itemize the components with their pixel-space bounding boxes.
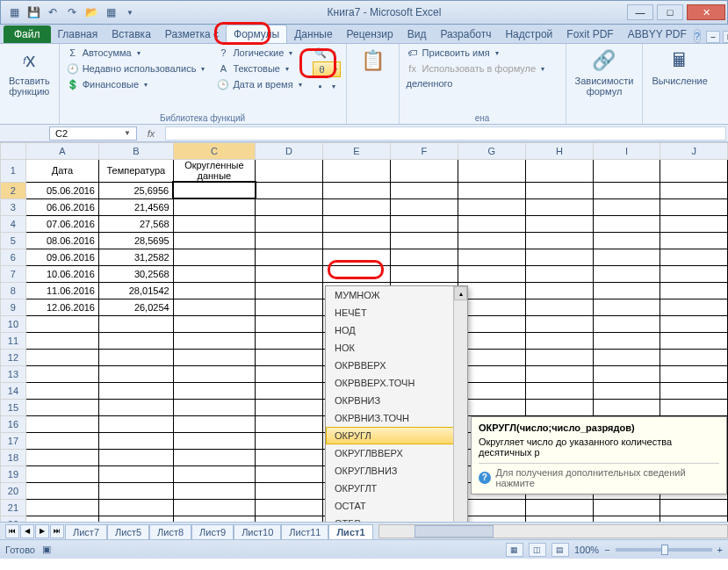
tab-formulas[interactable]: Формулы xyxy=(226,25,287,43)
row-header-2[interactable]: 2 xyxy=(1,182,26,198)
redo-icon[interactable]: ↷ xyxy=(64,4,80,20)
row-header-9[interactable]: 9 xyxy=(1,299,26,315)
cell-c8[interactable] xyxy=(173,282,255,299)
cell-c9[interactable] xyxy=(173,299,255,315)
row-header-21[interactable]: 21 xyxy=(1,499,26,516)
formula-bar[interactable] xyxy=(165,126,726,141)
tab-file[interactable]: Файл xyxy=(4,25,51,43)
horizontal-scrollbar[interactable] xyxy=(378,524,728,538)
lookup-button[interactable]: 🔍▾ xyxy=(313,46,341,60)
dropdown-item-отбр[interactable]: ОТБР xyxy=(326,515,467,522)
zoom-knob[interactable] xyxy=(661,545,668,555)
tab-review[interactable]: Рецензир xyxy=(340,25,400,43)
zoom-level[interactable]: 100% xyxy=(574,545,599,555)
row-header-7[interactable]: 7 xyxy=(1,265,26,282)
text-button[interactable]: AТекстовые▾ xyxy=(215,61,303,76)
cell-c3[interactable] xyxy=(173,198,255,215)
cell-b4[interactable]: 27,568 xyxy=(99,215,174,232)
cell-b3[interactable]: 21,4569 xyxy=(99,198,174,215)
view-pagebreak-button[interactable]: ▤ xyxy=(551,543,569,557)
tab-home[interactable]: Главная xyxy=(51,25,105,43)
autosum-button[interactable]: ΣАвтосумма▾ xyxy=(65,46,207,60)
cell-c2[interactable] xyxy=(173,182,255,198)
zoom-in-button[interactable]: + xyxy=(717,545,723,555)
cell-b7[interactable]: 30,2568 xyxy=(99,265,174,282)
tab-abbyy[interactable]: ABBYY PDF xyxy=(621,25,694,43)
tab-view[interactable]: Вид xyxy=(400,25,434,43)
tab-addins[interactable]: Надстрой xyxy=(498,25,559,43)
tooltip-help-line[interactable]: ? Для получения дополнительных сведений … xyxy=(479,463,719,488)
print-preview-icon[interactable]: ▦ xyxy=(103,4,119,20)
row-header-19[interactable]: 19 xyxy=(1,465,26,482)
maximize-button[interactable]: □ xyxy=(657,4,683,20)
cell-b9[interactable]: 26,0254 xyxy=(99,299,174,315)
trace-button[interactable]: 🔗 Зависимости формул xyxy=(572,46,638,98)
close-button[interactable]: ✕ xyxy=(687,4,725,20)
financial-button[interactable]: 💲Финансовые▾ xyxy=(65,77,207,91)
dropdown-item-окрвниз[interactable]: ОКРВНИЗ xyxy=(326,392,467,409)
col-header-h[interactable]: H xyxy=(525,143,593,160)
row-header-6[interactable]: 6 xyxy=(1,249,26,265)
row-header-3[interactable]: 3 xyxy=(1,198,26,215)
cell-a4[interactable]: 07.06.2016 xyxy=(25,215,98,232)
col-header-g[interactable]: G xyxy=(458,143,525,160)
create-from-selection-button[interactable]: деленного xyxy=(405,77,560,90)
math-trig-button[interactable]: θ▾ xyxy=(313,61,341,77)
tab-insert[interactable]: Вставка xyxy=(105,25,158,43)
sheet-tab-Лист5[interactable]: Лист5 xyxy=(107,524,149,539)
row-header-18[interactable]: 18 xyxy=(1,449,26,465)
row-header-1[interactable]: 1 xyxy=(1,160,26,183)
cell-b6[interactable]: 31,2582 xyxy=(99,249,174,265)
sheet-tab-Лист7[interactable]: Лист7 xyxy=(65,524,107,539)
excel-icon[interactable]: ▦ xyxy=(6,4,22,20)
tab-foxit[interactable]: Foxit PDF xyxy=(559,25,620,43)
qat-dropdown-icon[interactable]: ▼ xyxy=(122,4,138,20)
sheet-tab-Лист8[interactable]: Лист8 xyxy=(149,524,191,539)
col-header-f[interactable]: F xyxy=(391,143,458,160)
row-header-20[interactable]: 20 xyxy=(1,482,26,499)
col-header-a[interactable]: A xyxy=(25,143,98,160)
col-header-i[interactable]: I xyxy=(593,143,660,160)
row-header-13[interactable]: 13 xyxy=(1,365,26,382)
zoom-slider[interactable] xyxy=(616,548,712,552)
cell-a2[interactable]: 05.06.2016 xyxy=(25,182,98,198)
dropdown-item-нечёт[interactable]: НЕЧЁТ xyxy=(326,304,467,321)
wb-restore-button[interactable]: □ xyxy=(723,31,728,43)
row-header-16[interactable]: 16 xyxy=(1,415,26,432)
col-header-d[interactable]: D xyxy=(256,143,323,160)
tab-developer[interactable]: Разработч xyxy=(433,25,498,43)
name-box[interactable]: C2 ▼ xyxy=(49,126,137,141)
dropdown-item-нод[interactable]: НОД xyxy=(326,321,467,339)
insert-function-button[interactable]: fx Вставить функцию xyxy=(5,46,54,98)
name-box-dropdown-icon[interactable]: ▼ xyxy=(124,129,131,137)
dropdown-item-округл[interactable]: ОКРУГЛ xyxy=(326,427,467,444)
cell-c5[interactable] xyxy=(173,232,255,249)
row-header-11[interactable]: 11 xyxy=(1,332,26,349)
view-layout-button[interactable]: ◫ xyxy=(529,543,546,557)
cell-a8[interactable]: 11.06.2016 xyxy=(25,282,98,299)
dropdown-item-округлт[interactable]: ОКРУГЛТ xyxy=(326,480,467,497)
scroll-up-icon[interactable]: ▴ xyxy=(454,286,467,300)
wb-minimize-button[interactable]: – xyxy=(706,31,720,43)
dropdown-item-окрвверх.точн[interactable]: ОКРВВЕРХ.ТОЧН xyxy=(326,374,467,392)
tab-nav-next[interactable]: ▶ xyxy=(35,524,49,538)
cell-a5[interactable]: 08.06.2016 xyxy=(25,232,98,249)
cell-b1[interactable]: Температура xyxy=(99,160,174,183)
logical-button[interactable]: ?Логические▾ xyxy=(215,46,303,60)
cell-b2[interactable]: 25,6956 xyxy=(99,182,174,198)
calc-button[interactable]: 🖩 Вычисление xyxy=(648,46,711,88)
row-header-5[interactable]: 5 xyxy=(1,232,26,249)
dropdown-item-окрвниз.точн[interactable]: ОКРВНИЗ.ТОЧН xyxy=(326,409,467,427)
row-header-12[interactable]: 12 xyxy=(1,349,26,365)
cell-a7[interactable]: 10.06.2016 xyxy=(25,265,98,282)
cell-a3[interactable]: 06.06.2016 xyxy=(25,198,98,215)
macro-record-icon[interactable]: ▣ xyxy=(42,544,51,555)
cell-c4[interactable] xyxy=(173,215,255,232)
undo-icon[interactable]: ↶ xyxy=(45,4,61,20)
fx-button[interactable]: fx xyxy=(142,128,160,139)
row-header-10[interactable]: 10 xyxy=(1,315,26,332)
row-header-22[interactable]: 22 xyxy=(1,516,26,522)
cell-b5[interactable]: 28,5695 xyxy=(99,232,174,249)
sheet-tab-Лист9[interactable]: Лист9 xyxy=(191,524,234,539)
tab-layout[interactable]: Разметка с xyxy=(158,25,226,43)
